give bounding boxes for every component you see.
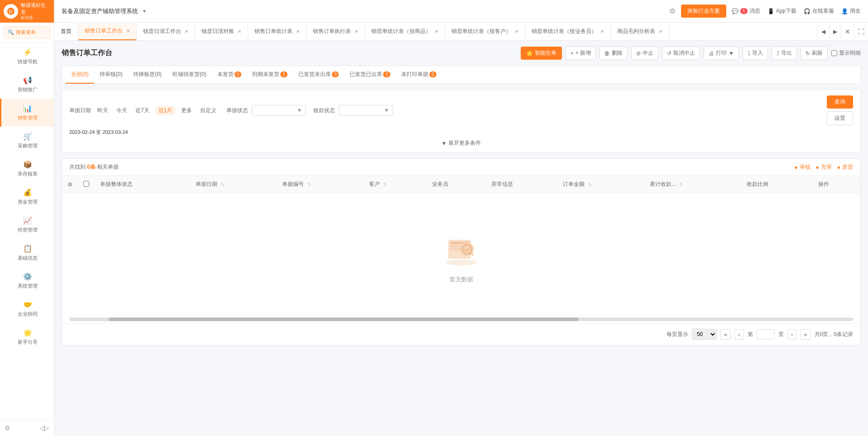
box-icon: 📦 <box>23 160 32 169</box>
subtab-pending-inspection[interactable]: 待择验货(0) <box>128 66 167 84</box>
sidebar-item-sales[interactable]: 📊 销售管理 <box>0 99 54 127</box>
export-button[interactable]: ⤴ 导出 <box>772 46 797 60</box>
sidebar-item-operations[interactable]: 📈 经营管理 <box>0 211 54 239</box>
tab-sales-summary-customer[interactable]: 销货单统计表（按客户） ✕ <box>445 23 525 40</box>
sort-number-icon[interactable]: ⇅ <box>307 182 311 187</box>
tab-close-gross-margin[interactable]: ✕ <box>659 29 662 34</box>
date-option-today[interactable]: 今天 <box>114 106 130 115</box>
tab-sales-exec[interactable]: 销售订单执行表 ✕ <box>307 23 365 40</box>
tab-sales-summary-staff[interactable]: 销货单统计表（按业务员） ✕ <box>525 23 611 40</box>
shipped-out-badge: 0 <box>383 71 390 77</box>
topbar-settings-button[interactable]: ⚙ <box>669 7 676 15</box>
filter-date-options: 昨天 今天 近7天 近1月 更多 自定义 <box>95 106 219 115</box>
sidebar-settings-button[interactable]: ⚙ <box>5 424 10 431</box>
demo-button[interactable]: 体验行业方案 <box>681 5 726 18</box>
date-option-custom[interactable]: 自定义 <box>197 106 219 115</box>
subtab-wangpu-pending[interactable]: 旺铺待发货(0) <box>167 66 212 84</box>
sidebar-item-inventory[interactable]: 📦 库存核算 <box>0 155 54 183</box>
tab-cash-reconcile[interactable]: 钱货日清对账 ✕ <box>195 23 248 40</box>
star-icon: 🌟 <box>23 328 32 337</box>
sidebar-item-cooperation[interactable]: 🤝 企业协同 <box>0 295 54 323</box>
page-input[interactable]: 1 <box>757 329 775 339</box>
per-page-select[interactable]: 50 100 200 <box>692 329 717 340</box>
tab-scroll-right-button[interactable]: ▶ <box>829 24 841 39</box>
tab-close-sales-summary-product[interactable]: ✕ <box>435 29 438 34</box>
sidebar-item-system[interactable]: ⚙️ 系统管理 <box>0 267 54 295</box>
show-detail-checkbox[interactable]: 显示明细 <box>831 49 861 57</box>
reject-button[interactable]: ● 充审 <box>816 163 832 171</box>
subtab-shipped-not-in[interactable]: 已发货未出库0 <box>293 66 345 84</box>
query-button[interactable]: 查询 <box>827 95 853 109</box>
smart-create-button[interactable]: ⭐ 智能生单 <box>521 47 562 60</box>
print-button[interactable]: 🖨 打印 ▼ <box>704 46 739 60</box>
filter-status-select[interactable]: ▼ <box>252 105 306 116</box>
tab-close-sales-summary-customer[interactable]: ✕ <box>515 29 518 34</box>
last-page-button[interactable]: » <box>800 329 810 340</box>
sidebar-item-purchase[interactable]: 🛒 采购管理 <box>0 127 54 155</box>
tab-close-sales-exec[interactable]: ✕ <box>355 29 358 34</box>
date-option-7days[interactable]: 近7天 <box>133 106 152 115</box>
sort-collected-icon[interactable]: ⇅ <box>679 182 683 187</box>
horizontal-scrollbar[interactable] <box>69 318 853 321</box>
subtab-shipped-out[interactable]: 已发货已出库0 <box>344 66 396 84</box>
cancel-stop-button[interactable]: ↺ 取消中止 <box>662 46 700 60</box>
sort-amount-icon[interactable]: ⇅ <box>588 182 592 187</box>
tab-sales-summary-product[interactable]: 销货单统计表（按商品） ✕ <box>365 23 445 40</box>
topbar-system: 装备及固定资产辅助管理系统 ▼ <box>62 7 664 15</box>
approve-button[interactable]: ● 审核 <box>794 163 810 171</box>
select-all-checkbox[interactable] <box>83 181 89 187</box>
date-option-more[interactable]: 更多 <box>178 106 195 115</box>
add-button[interactable]: + + 新增 <box>566 46 596 60</box>
subtab-pending-review[interactable]: 待审核(0) <box>94 66 128 84</box>
tab-close-cash-daily[interactable]: ✕ <box>185 29 188 34</box>
import-button[interactable]: ⤵ 导入 <box>743 46 768 60</box>
chart-icon: 📊 <box>23 104 32 113</box>
date-option-yesterday[interactable]: 昨天 <box>95 106 111 115</box>
subtab-all[interactable]: 全部(0) <box>66 66 94 84</box>
filter-expand-button[interactable]: ▼ 展开更多条件 <box>441 139 481 147</box>
date-option-1month[interactable]: 近1月 <box>155 106 176 115</box>
online-service-button[interactable]: 🎧 在线客服 <box>804 7 834 15</box>
tab-sales-workbench[interactable]: 销售订单工作台 ✕ <box>78 23 137 40</box>
sidebar-item-basic-info[interactable]: 📋 基础信息 <box>0 239 54 267</box>
tab-close-sales-workbench[interactable]: ✕ <box>126 28 130 33</box>
tab-sales-stats[interactable]: 销售订单统计表 ✕ <box>248 23 307 40</box>
ship-button[interactable]: ● 发货 <box>837 163 853 171</box>
tab-close-all-button[interactable]: ✕ <box>841 24 854 40</box>
tab-expand-button[interactable]: ⛶ <box>854 24 868 40</box>
tab-close-sales-summary-staff[interactable]: ✕ <box>600 29 604 34</box>
subtab-not-printed[interactable]: 未打印单据0 <box>396 66 442 84</box>
tab-close-sales-stats[interactable]: ✕ <box>296 29 300 34</box>
subtabs: 全部(0) 待审核(0) 待择验货(0) 旺铺待发货(0) 未发货0 到期未发货… <box>62 66 861 84</box>
tab-scroll-left-button[interactable]: ◀ <box>817 24 829 39</box>
tab-home[interactable]: 首页 <box>54 23 78 40</box>
svg-point-2 <box>446 260 476 265</box>
next-page-button[interactable]: › <box>787 329 796 340</box>
sidebar-item-marketing[interactable]: 📢 营销推广 <box>0 71 54 99</box>
filter-setting-button[interactable]: 设置 <box>827 111 853 125</box>
refresh-button[interactable]: ↻ 刷新 <box>801 46 828 60</box>
subtab-expired-not-shipped[interactable]: 到期未发货0 <box>247 66 293 84</box>
sidebar-item-quick-nav[interactable]: ⚡ 快捷导航 <box>0 43 54 71</box>
sort-date-icon[interactable]: ⇅ <box>221 182 224 187</box>
filter-payment-label: 收款状态 <box>313 107 335 114</box>
tab-cash-daily[interactable]: 钱货日清工作台 ✕ <box>137 23 195 40</box>
message-icon: 💬 <box>732 8 739 14</box>
sidebar-item-guide[interactable]: 🌟 新手引导 <box>0 323 54 351</box>
first-page-button[interactable]: « <box>720 329 731 340</box>
search-menu-button[interactable]: 🔍 搜索菜单 <box>4 26 50 38</box>
sort-customer-icon[interactable]: ⇅ <box>383 182 387 187</box>
delete-button[interactable]: 🗑 删除 <box>599 46 628 60</box>
export-icon: ⤴ <box>777 50 779 57</box>
sidebar-collapse-button[interactable]: ◁▷ <box>39 424 49 431</box>
sidebar-item-finance[interactable]: 💰 资金管理 <box>0 183 54 211</box>
stop-button[interactable]: ⊘ 中止 <box>631 46 658 60</box>
filter-payment-select[interactable]: ▼ <box>339 105 393 116</box>
prev-page-button[interactable]: ‹ <box>734 329 743 340</box>
tab-gross-margin[interactable]: 商品毛利分析表 ✕ <box>611 23 669 40</box>
tab-close-cash-reconcile[interactable]: ✕ <box>238 29 241 34</box>
app-download-button[interactable]: 📱 App下载 <box>767 7 796 15</box>
user-menu-button[interactable]: 👤 用友 <box>841 7 861 15</box>
message-button[interactable]: 💬 6 消息 <box>732 7 760 15</box>
subtab-not-shipped[interactable]: 未发货0 <box>212 66 247 84</box>
